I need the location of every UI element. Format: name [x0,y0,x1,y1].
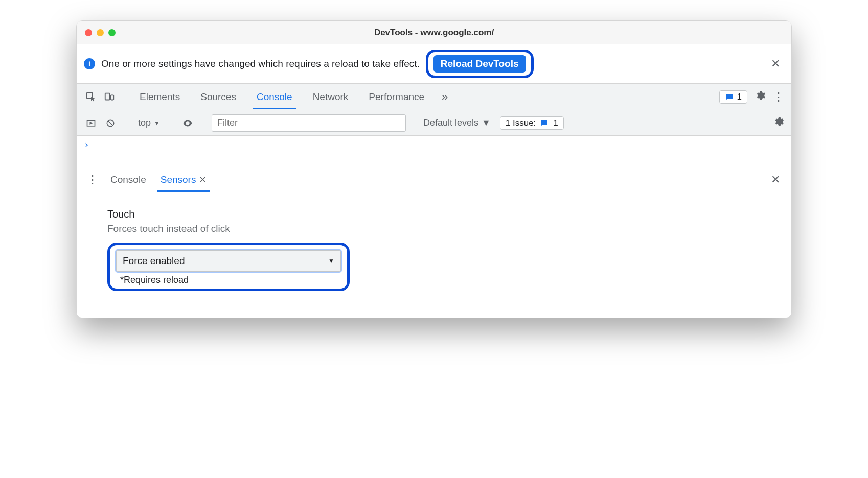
touch-title: Touch [107,208,761,220]
clear-console-icon[interactable] [103,116,118,130]
minimize-window-icon[interactable] [97,29,104,36]
reload-devtools-button[interactable]: Reload DevTools [433,55,526,73]
issues-chip[interactable]: 1 [719,90,747,104]
close-drawer-icon[interactable]: ✕ [767,171,784,188]
chevron-down-icon: ▼ [328,257,334,265]
touch-mode-select[interactable]: Force enabled ▼ [116,250,341,272]
requires-reload-note: *Requires reload [116,275,341,285]
annotation-highlight-reload: Reload DevTools [426,50,534,78]
execution-context-select[interactable]: top ▼ [134,116,164,130]
devtools-window: DevTools - www.google.com/ i One or more… [76,20,792,318]
device-toolbar-icon[interactable] [102,90,117,104]
info-icon: i [84,58,95,69]
console-filter-input[interactable] [212,114,406,132]
inspect-element-icon[interactable] [84,90,98,104]
sensors-panel: Touch Forces touch instead of click Forc… [77,193,791,312]
close-tab-icon[interactable]: ✕ [199,174,207,185]
console-output[interactable]: › [77,136,791,166]
tab-network[interactable]: Network [305,85,357,109]
log-levels-select[interactable]: Default levels ▼ [423,117,491,128]
issues-count: 1 [737,92,742,102]
svg-line-5 [108,121,112,125]
annotation-highlight-touch-select: Force enabled ▼ *Requires reload [107,243,350,291]
drawer-tabbar: ⋮ Console Sensors ✕ ✕ [77,166,791,193]
more-tabs-icon[interactable]: » [437,90,453,104]
window-title: DevTools - www.google.com/ [77,28,791,38]
issues-count: 1 [553,118,558,128]
window-controls [85,29,116,36]
settings-gear-icon[interactable] [755,90,766,104]
touch-mode-value: Force enabled [123,255,185,267]
tab-console[interactable]: Console [248,85,301,109]
drawer-footer [77,312,791,318]
divider [203,116,203,130]
touch-subtitle: Forces touch instead of click [107,223,761,234]
svg-rect-1 [105,93,110,100]
drawer-tab-sensors[interactable]: Sensors ✕ [155,168,212,192]
svg-rect-2 [111,95,114,100]
tab-performance[interactable]: Performance [360,85,432,109]
chevron-down-icon: ▼ [154,119,160,127]
drawer-more-icon[interactable]: ⋮ [84,173,101,186]
close-window-icon[interactable] [85,29,92,36]
issues-label: 1 Issue: [506,118,536,128]
divider [124,90,124,104]
divider [172,116,172,130]
issue-icon [725,92,734,102]
chevron-down-icon: ▼ [482,117,491,128]
console-prompt: › [84,139,89,150]
reload-message: One or more settings have changed which … [101,58,420,69]
maximize-window-icon[interactable] [108,29,116,36]
console-settings-gear-icon[interactable] [773,116,784,130]
log-levels-label: Default levels [423,117,478,128]
drawer-tab-label: Sensors [161,174,196,185]
more-menu-icon[interactable]: ⋮ [773,90,784,104]
live-expression-icon[interactable] [180,116,195,130]
drawer-tab-console[interactable]: Console [105,168,151,192]
close-infobar-icon[interactable]: ✕ [767,55,784,73]
console-sidebar-toggle-icon[interactable] [84,116,98,130]
divider [126,116,126,130]
tab-sources[interactable]: Sources [192,85,244,109]
issues-pill[interactable]: 1 Issue: 1 [500,116,564,130]
main-tabbar: Elements Sources Console Network Perform… [77,84,791,110]
titlebar: DevTools - www.google.com/ [77,21,791,44]
issue-icon [540,118,549,128]
reload-infobar: i One or more settings have changed whic… [77,44,791,84]
console-toolbar: top ▼ Default levels ▼ 1 Issue: 1 [77,110,791,136]
execution-context-label: top [138,117,151,128]
tab-elements[interactable]: Elements [131,85,188,109]
